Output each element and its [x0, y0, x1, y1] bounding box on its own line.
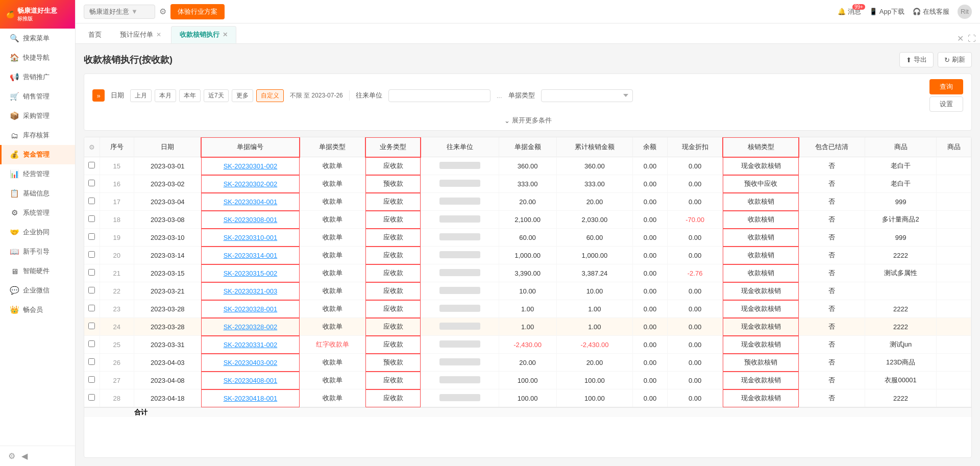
filter-bar: » 日期 上月 本月 本年 近7天 更多 自定义 不限 至 2023-07-26… — [84, 73, 972, 131]
tab-home[interactable]: 首页 — [80, 26, 110, 43]
td-checkbox[interactable] — [84, 389, 100, 408]
date-custom-btn[interactable]: 自定义 — [256, 89, 284, 102]
table-row[interactable]: 222023-03-21SK-20230321-003收款单应收款10.0010… — [84, 282, 971, 300]
refresh-button[interactable]: ↻ 刷新 — [938, 52, 972, 67]
sidebar-item-operation[interactable]: 📊 经营管理 — [0, 164, 75, 184]
table-row[interactable]: 282023-04-18SK-20230418-001收款单应收款100.001… — [84, 389, 971, 408]
date-this-year-btn[interactable]: 本年 — [179, 89, 201, 102]
collapse-icon[interactable]: ◀ — [21, 451, 28, 461]
tab-collection-close-icon[interactable]: ✕ — [223, 31, 228, 38]
td-checkbox[interactable] — [84, 264, 100, 282]
td-write-off: 360.00 — [556, 157, 632, 175]
sidebar-bottom: ⚙ ◀ — [0, 446, 75, 466]
unit-input[interactable] — [388, 89, 491, 102]
tab-prepay[interactable]: 预计应付单 ✕ — [111, 26, 170, 43]
refresh-icon: ↻ — [944, 56, 950, 64]
sidebar-item-system[interactable]: ⚙ 系统管理 — [0, 203, 75, 223]
sidebar-item-wechat[interactable]: 💬 企业微信 — [0, 281, 75, 300]
sidebar-item-search[interactable]: 🔍 搜索菜单 — [0, 29, 75, 48]
td-checkbox[interactable] — [84, 229, 100, 247]
sidebar-item-marketing[interactable]: 📢 营销推广 — [0, 67, 75, 87]
query-button[interactable]: 查询 — [929, 79, 963, 94]
date-this-month-btn[interactable]: 本月 — [155, 89, 176, 102]
table-row[interactable]: 252023-03-31SK-20230331-002红字收款单应收款-2,43… — [84, 336, 971, 354]
notifications-item[interactable]: 🔔 消息 99+ — [838, 7, 861, 16]
company-dropdown[interactable]: 畅康道好生意 ▼ — [84, 5, 155, 19]
app-download-item[interactable]: 📱 App下载 — [869, 7, 904, 16]
td-product: 2222 — [865, 247, 936, 264]
sidebar-item-label: 销售管理 — [23, 92, 50, 101]
sidebar-item-hardware[interactable]: 🖥 智能硬件 — [0, 261, 75, 281]
filter-expand-button[interactable]: » — [92, 89, 105, 102]
sidebar-item-basic[interactable]: 📋 基础信息 — [0, 184, 75, 203]
home-icon: 🏠 — [10, 53, 19, 62]
tab-collection[interactable]: 收款核销执行 ✕ — [171, 26, 236, 43]
table-row[interactable]: 172023-03-04SK-20230304-001收款单应收款20.0020… — [84, 193, 971, 211]
td-checkbox[interactable] — [84, 354, 100, 372]
table-row[interactable]: 262023-04-03SK-20230403-002收款单预收款20.0020… — [84, 354, 971, 372]
table-row[interactable]: 152023-03-01SK-20230301-002收款单应收款360.003… — [84, 157, 971, 175]
td-balance: 0.00 — [633, 300, 668, 318]
td-checkbox[interactable] — [84, 300, 100, 318]
td-checkbox[interactable] — [84, 193, 100, 211]
td-product2 — [937, 318, 971, 336]
td-checkbox[interactable] — [84, 318, 100, 336]
settings-gear-icon[interactable]: ⚙ — [159, 7, 166, 16]
table-row[interactable]: 202023-03-14SK-20230314-001收款单应收款1,000.0… — [84, 247, 971, 264]
online-service-item[interactable]: 🎧 在线客服 — [913, 7, 949, 16]
td-amount: 20.00 — [499, 354, 556, 372]
user-avatar[interactable]: Rit — [958, 5, 972, 19]
sidebar-item-purchase[interactable]: 📦 采购管理 — [0, 106, 75, 126]
td-product: 多计量商品2 — [865, 211, 936, 229]
td-include-settled: 否 — [799, 193, 865, 211]
td-checkbox[interactable] — [84, 282, 100, 300]
tab-prepay-close-icon[interactable]: ✕ — [156, 31, 161, 38]
td-include-settled: 否 — [799, 211, 865, 229]
td-checkbox[interactable] — [84, 336, 100, 354]
td-amount: 60.00 — [499, 229, 556, 247]
sidebar-item-sales[interactable]: 🛒 销售管理 — [0, 87, 75, 106]
table-settings-icon[interactable]: ⚙ — [89, 143, 95, 151]
close-tab-icon[interactable]: ✕ — [957, 34, 964, 43]
td-discount: 0.00 — [667, 336, 723, 354]
td-rownum: 28 — [100, 389, 134, 408]
expand-tab-icon[interactable]: ⛶ — [968, 34, 976, 43]
td-write-off: 1,000.00 — [556, 247, 632, 264]
table-row[interactable]: 232023-03-28SK-20230328-001收款单应收款1.001.0… — [84, 300, 971, 318]
table-row[interactable]: 182023-03-08SK-20230308-001收款单应收款2,100.0… — [84, 211, 971, 229]
page-title: 收款核销执行(按收款) — [84, 54, 899, 66]
table-row[interactable]: 272023-04-08SK-20230408-001收款单应收款100.001… — [84, 372, 971, 389]
td-checkbox[interactable] — [84, 372, 100, 389]
sidebar-item-label: 系统管理 — [23, 208, 50, 217]
sidebar-item-inventory[interactable]: 🗂 库存核算 — [0, 126, 75, 145]
td-checkbox[interactable] — [84, 157, 100, 175]
td-checkbox[interactable] — [84, 175, 100, 193]
td-checkbox[interactable] — [84, 247, 100, 264]
td-write-off-type: 现金收款核销 — [723, 157, 799, 175]
date-last-month-btn[interactable]: 上月 — [130, 89, 152, 102]
table-row[interactable]: 162023-03-02SK-20230302-002收款单预收款333.003… — [84, 175, 971, 193]
date-7days-btn[interactable]: 近7天 — [204, 89, 229, 102]
settings-bottom-icon[interactable]: ⚙ — [8, 451, 15, 461]
table-row[interactable]: 192023-03-10SK-20230310-001收款单应收款60.0060… — [84, 229, 971, 247]
solution-button[interactable]: 体验行业方案 — [170, 4, 225, 19]
filter-settings-button[interactable]: 设置 — [929, 96, 963, 112]
export-button[interactable]: ⬆ 导出 — [899, 52, 934, 67]
table-row[interactable]: 212023-03-15SK-20230315-002收款单应收款3,390.0… — [84, 264, 971, 282]
sidebar-item-label: 资金管理 — [23, 150, 50, 159]
topbar-right: 🔔 消息 99+ 📱 App下载 🎧 在线客服 Rit — [838, 5, 972, 19]
table-row[interactable]: 242023-03-28SK-20230328-002收款单应收款1.001.0… — [84, 318, 971, 336]
sidebar-item-quicknav[interactable]: 🏠 快捷导航 — [0, 48, 75, 67]
td-checkbox[interactable] — [84, 211, 100, 229]
td-balance: 0.00 — [633, 157, 668, 175]
td-rownum: 18 — [100, 211, 134, 229]
th-settings[interactable]: ⚙ — [84, 137, 100, 157]
voucher-type-select[interactable] — [541, 89, 633, 102]
td-biz-type: 预收款 — [365, 354, 421, 372]
date-more-btn[interactable]: 更多 — [232, 89, 253, 102]
sidebar-item-member[interactable]: 👑 畅会员 — [0, 300, 75, 320]
sidebar-item-enterprise[interactable]: 🤝 企业协同 — [0, 223, 75, 242]
filter-expand-more[interactable]: ⌄ 展开更多条件 — [92, 116, 963, 125]
sidebar-item-finance[interactable]: 💰 资金管理 — [0, 145, 75, 164]
sidebar-item-guide[interactable]: 📖 新手引导 — [0, 242, 75, 261]
